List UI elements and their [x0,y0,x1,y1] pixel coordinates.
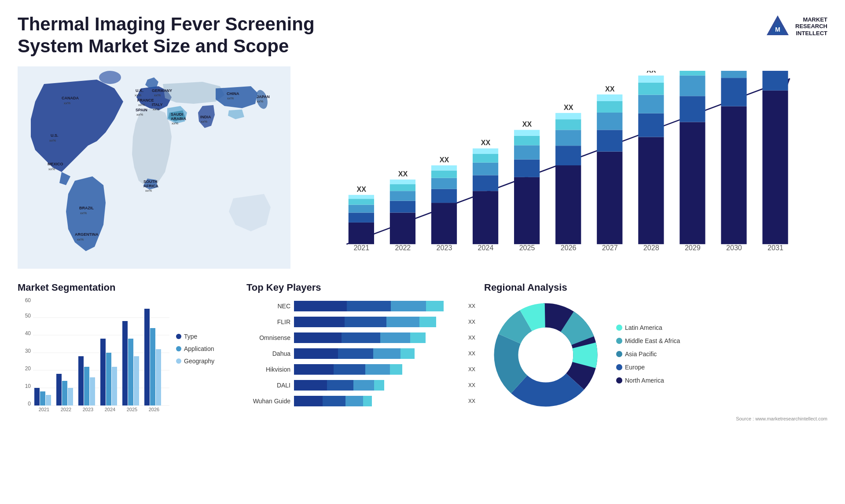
source-container: Source : www.marketresearchintellect.com [484,414,827,422]
omnisense-value: XX [468,335,475,341]
mea-label: Middle East & Africa [625,337,680,344]
svg-rect-86 [638,137,664,244]
svg-text:2026: 2026 [561,243,577,251]
svg-text:2029: 2029 [685,243,701,251]
svg-text:2025: 2025 [519,243,535,251]
svg-rect-152 [386,317,419,327]
svg-rect-72 [555,165,581,244]
svg-rect-88 [638,95,664,113]
svg-text:SPAIN: SPAIN [136,108,147,112]
svg-text:xx%: xx% [172,121,178,125]
svg-rect-41 [349,195,374,199]
svg-rect-60 [473,163,498,175]
svg-rect-168 [353,380,374,391]
player-flir: FLIR XX [246,316,475,328]
svg-rect-143 [150,328,155,405]
svg-text:50: 50 [25,313,31,319]
svg-text:xx%: xx% [201,120,207,124]
hikvision-value: XX [468,366,475,373]
svg-rect-146 [294,301,347,311]
svg-rect-105 [762,71,788,91]
svg-rect-45 [390,201,415,212]
europe-label: Europe [625,364,645,371]
segmentation-legend: Type Application Geography [176,333,214,366]
na-label: North America [625,377,664,384]
svg-text:XX: XX [564,103,573,111]
player-hikvision-bar [294,363,463,376]
svg-text:2030: 2030 [726,243,742,251]
svg-rect-46 [390,191,415,201]
legend-type-label: Type [184,333,197,340]
svg-rect-38 [349,212,374,222]
svg-rect-131 [84,367,89,405]
svg-rect-48 [390,179,415,184]
segmentation-section: Market Segmentation 0 10 20 30 40 50 60 [18,282,238,431]
flir-value: XX [468,319,475,325]
svg-rect-51 [431,203,457,244]
svg-text:ARGENTINA: ARGENTINA [75,232,99,237]
svg-rect-39 [349,205,374,212]
svg-rect-144 [156,349,161,405]
svg-rect-94 [680,96,705,122]
svg-rect-40 [349,199,374,205]
svg-text:XX: XX [398,170,408,178]
svg-rect-123 [40,391,45,405]
svg-rect-87 [638,113,664,137]
svg-text:2026: 2026 [149,407,159,412]
segmentation-title: Market Segmentation [18,282,238,293]
player-dahua-name: Dahua [246,350,290,357]
svg-text:U.K.: U.K. [136,88,143,93]
canada-pct: xx% [64,101,70,105]
regional-legend: Latin America Middle East & Africa Asia … [616,324,680,386]
player-hikvision: Hikvision XX [246,363,475,376]
svg-text:XX: XX [481,139,491,146]
dahua-value: XX [468,351,475,357]
svg-rect-127 [62,381,67,405]
player-omnisense-bar [294,332,463,344]
legend-mea: Middle East & Africa [616,337,680,344]
player-nec: NEC XX [246,300,475,312]
svg-rect-82 [597,101,622,113]
svg-text:xx%: xx% [77,237,84,241]
svg-text:2022: 2022 [395,243,411,251]
wuhan-value: XX [468,398,475,404]
svg-rect-140 [134,356,139,405]
svg-rect-44 [390,212,415,244]
apac-label: Asia Pacific [625,351,657,358]
source-text: Source : www.marketresearchintellect.com [736,416,827,421]
svg-rect-37 [349,223,374,244]
player-dali-bar [294,379,463,391]
players-list: NEC XX FLIR [246,300,475,407]
svg-rect-134 [100,339,106,405]
svg-text:2023: 2023 [83,407,93,412]
legend-application-dot [176,346,181,351]
donut-chart-svg [484,298,607,412]
svg-rect-74 [555,130,581,146]
legend-type-dot [176,334,181,339]
europe-dot [616,364,622,370]
map-section: CANADA xx% U.S. xx% MEXICO xx% BRAZIL xx… [18,66,290,278]
legend-apac: Asia Pacific [616,351,680,358]
dali-value: XX [468,382,475,388]
svg-text:FRANCE: FRANCE [137,98,154,102]
svg-rect-149 [426,301,444,311]
svg-rect-67 [514,145,540,159]
svg-rect-59 [473,175,498,191]
svg-rect-75 [555,119,581,130]
svg-rect-93 [680,122,705,244]
svg-text:CHINA: CHINA [227,91,239,96]
svg-text:ARABIA: ARABIA [171,117,186,121]
svg-text:xx%: xx% [138,103,145,107]
svg-rect-138 [122,321,128,405]
player-hikvision-name: Hikvision [246,366,290,373]
svg-rect-55 [431,165,457,171]
players-title: Top Key Players [246,282,475,293]
svg-rect-139 [128,339,133,405]
legend-geography-label: Geography [184,358,214,365]
svg-text:xx%: xx% [154,93,161,97]
svg-rect-83 [597,95,622,101]
legend-na: North America [616,377,680,384]
svg-rect-54 [431,170,457,178]
header: Thermal Imaging Fever Screening System M… [18,13,827,58]
svg-rect-47 [390,184,415,191]
